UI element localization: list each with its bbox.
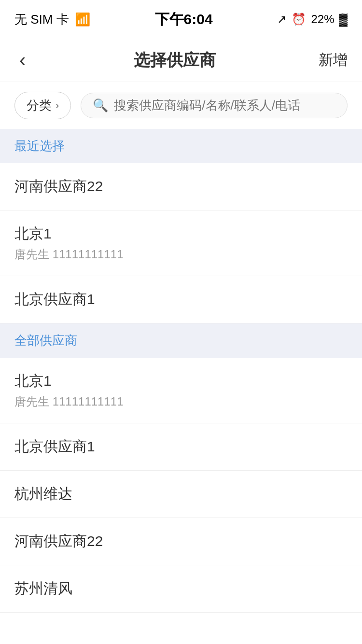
recent-section-header: 最近选择	[0, 129, 362, 163]
search-input[interactable]	[114, 98, 335, 113]
category-label: 分类	[27, 97, 52, 114]
status-bar: 无 SIM 卡 📶 下午6:04 ↗ ⏰ 22% ▓	[0, 0, 362, 39]
item-name: 北京供应商1	[14, 290, 348, 309]
list-item[interactable]: 北京供应商1	[0, 423, 362, 471]
search-icon: 🔍	[93, 98, 108, 113]
alarm-icon: ⏰	[292, 13, 306, 26]
item-name: 杭州维达	[14, 484, 348, 504]
item-name: 北京供应商1	[14, 437, 348, 457]
item-detail: 唐先生 11111111111	[14, 394, 348, 409]
list-item[interactable]: 杭州维达	[0, 471, 362, 518]
battery-icon: ▓	[339, 13, 348, 26]
back-button[interactable]: ‹	[14, 44, 30, 76]
wifi-icon: 📶	[75, 12, 90, 27]
all-list: 北京1 唐先生 11111111111 北京供应商1 杭州维达 河南供应商22 …	[0, 358, 362, 613]
all-section-header: 全部供应商	[0, 323, 362, 358]
filter-bar: 分类 › 🔍	[0, 82, 362, 129]
page-title: 选择供应商	[134, 49, 216, 71]
list-item[interactable]: 北京1 唐先生 11111111111	[0, 358, 362, 423]
list-item[interactable]: 北京供应商1	[0, 276, 362, 323]
location-icon: ↗	[277, 13, 287, 26]
status-left: 无 SIM 卡 📶	[14, 11, 90, 28]
battery-label: 22%	[311, 13, 334, 26]
recent-section-label: 最近选择	[14, 139, 65, 153]
list-item[interactable]: 苏州清风	[0, 565, 362, 613]
recent-list: 河南供应商22 北京1 唐先生 11111111111 北京供应商1	[0, 163, 362, 323]
item-name: 北京1	[14, 371, 348, 391]
chevron-right-icon: ›	[56, 99, 59, 112]
item-name: 苏州清风	[14, 579, 348, 599]
all-section-label: 全部供应商	[14, 333, 77, 348]
nav-bar: ‹ 选择供应商 新增	[0, 39, 362, 82]
list-item[interactable]: 河南供应商22	[0, 163, 362, 210]
item-name: 河南供应商22	[14, 177, 348, 196]
item-name: 北京1	[14, 224, 348, 244]
item-name: 河南供应商22	[14, 532, 348, 551]
search-box: 🔍	[81, 93, 348, 118]
status-right: ↗ ⏰ 22% ▓	[277, 13, 348, 26]
category-button[interactable]: 分类 ›	[14, 92, 71, 119]
status-time: 下午6:04	[155, 10, 213, 29]
add-button[interactable]: 新增	[319, 50, 348, 70]
no-sim-label: 无 SIM 卡	[14, 11, 69, 28]
item-detail: 唐先生 11111111111	[14, 247, 348, 262]
list-item[interactable]: 北京1 唐先生 11111111111	[0, 210, 362, 276]
list-item[interactable]: 河南供应商22	[0, 518, 362, 565]
